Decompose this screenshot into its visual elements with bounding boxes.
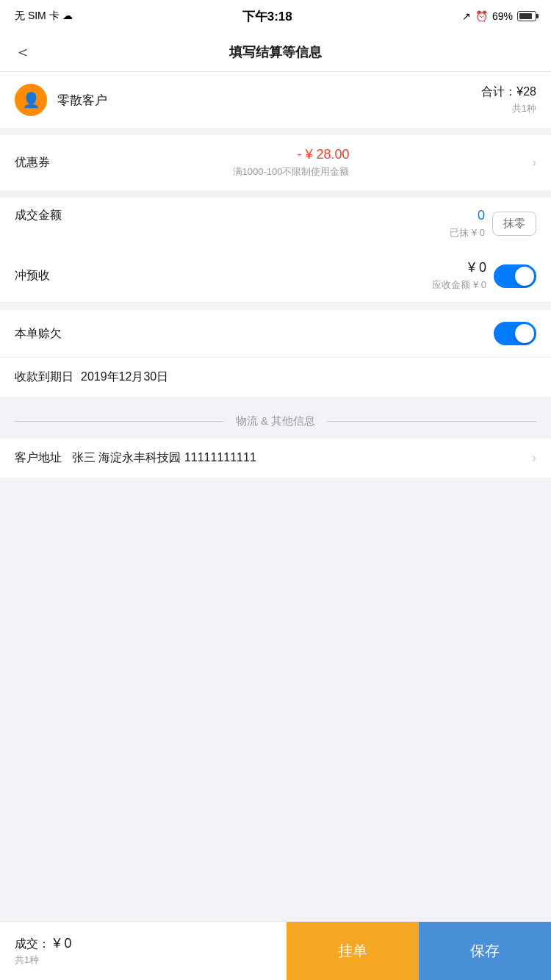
bottom-deal-label: 成交： bbox=[15, 937, 50, 950]
bottom-count: 共1种 bbox=[15, 954, 272, 967]
precharge-sub: 应收金额 ¥ 0 bbox=[432, 278, 486, 292]
amount-input-area: 0 已抹 ¥ 0 bbox=[450, 208, 485, 239]
coupon-right: - ¥ 28.00 满1000-100不限制使用金额 bbox=[233, 147, 350, 179]
due-date-row: 收款到期日 2019年12月30日 bbox=[0, 357, 551, 397]
divider-right bbox=[327, 421, 536, 422]
bottom-deal-amount: ¥ 0 bbox=[53, 936, 71, 951]
coupon-label: 优惠券 bbox=[15, 155, 50, 170]
customer-count: 共1种 bbox=[481, 102, 536, 115]
bottom-summary: 成交： ¥ 0 共1种 bbox=[0, 936, 287, 967]
battery-percent: 69% bbox=[492, 10, 513, 22]
precharge-toggle[interactable] bbox=[494, 264, 536, 288]
status-left: 无 SIM 卡 ☁ bbox=[15, 10, 73, 23]
amount-right: 0 已抹 ¥ 0 抹零 bbox=[450, 208, 536, 239]
customer-info: 👤 零散客户 bbox=[15, 84, 107, 116]
chevron-right-icon: › bbox=[532, 155, 536, 170]
divider-left bbox=[15, 421, 224, 422]
round-off-button[interactable]: 抹零 bbox=[492, 212, 536, 236]
amount-section: 成交金额 0 已抹 ¥ 0 抹零 冲预收 ¥ 0 应收金额 ¥ 0 bbox=[0, 198, 551, 303]
bottom-deal-line: 成交： ¥ 0 bbox=[15, 936, 272, 952]
debt-section: 本单赊欠 收款到期日 2019年12月30日 bbox=[0, 310, 551, 397]
address-row[interactable]: 客户地址 张三 海淀永丰科技园 11111111111 › bbox=[0, 439, 551, 478]
customer-summary: 合计：¥28 共1种 bbox=[481, 84, 536, 115]
address-value: 张三 海淀永丰科技园 11111111111 bbox=[72, 450, 256, 466]
debt-toggle-knob bbox=[515, 324, 534, 343]
nav-bar: ＜ 填写结算等信息 bbox=[0, 32, 551, 72]
customer-row: 👤 零散客户 合计：¥28 共1种 bbox=[0, 72, 551, 128]
amount-label: 成交金额 bbox=[15, 208, 62, 223]
content: 👤 零散客户 合计：¥28 共1种 优惠券 - ¥ 28.00 满1000-10… bbox=[0, 72, 551, 551]
address-left: 客户地址 张三 海淀永丰科技园 11111111111 bbox=[15, 450, 256, 466]
amount-row: 成交金额 0 已抹 ¥ 0 抹零 bbox=[0, 198, 551, 250]
address-chevron-icon: › bbox=[532, 450, 536, 466]
customer-total: 合计：¥28 bbox=[481, 84, 536, 100]
logistics-divider: 物流 & 其他信息 bbox=[0, 404, 551, 439]
avatar-icon: 👤 bbox=[22, 91, 40, 109]
amount-value[interactable]: 0 bbox=[450, 208, 485, 223]
customer-name: 零散客户 bbox=[57, 92, 107, 109]
debt-label: 本单赊欠 bbox=[15, 326, 62, 342]
precharge-main-value: ¥ 0 bbox=[432, 260, 486, 275]
due-date-label: 收款到期日 bbox=[15, 370, 73, 385]
location-icon: ↗ bbox=[462, 10, 471, 22]
precharge-row: 冲预收 ¥ 0 应收金额 ¥ 0 bbox=[0, 250, 551, 303]
avatar: 👤 bbox=[15, 84, 47, 116]
status-bar: 无 SIM 卡 ☁ 下午3:18 ↗ ⏰ 69% bbox=[0, 0, 551, 32]
coupon-row[interactable]: 优惠券 - ¥ 28.00 满1000-100不限制使用金额 › bbox=[0, 135, 551, 190]
toggle-knob bbox=[515, 267, 534, 286]
coupon-discount: - ¥ 28.00 bbox=[233, 147, 350, 162]
save-button[interactable]: 保存 bbox=[419, 922, 551, 981]
suspend-button[interactable]: 挂单 bbox=[287, 922, 419, 981]
battery-icon bbox=[517, 11, 536, 21]
sim-status: 无 SIM 卡 ☁ bbox=[15, 10, 73, 23]
back-button[interactable]: ＜ bbox=[15, 41, 47, 63]
precharge-values: ¥ 0 应收金额 ¥ 0 bbox=[432, 260, 486, 292]
status-right: ↗ ⏰ 69% bbox=[462, 10, 536, 22]
page-title: 填写结算等信息 bbox=[229, 43, 322, 61]
debt-toggle[interactable] bbox=[494, 322, 536, 345]
address-label: 客户地址 bbox=[15, 450, 62, 466]
coupon-description: 满1000-100不限制使用金额 bbox=[233, 165, 350, 179]
bottom-bar: 成交： ¥ 0 共1种 挂单 保存 bbox=[0, 921, 551, 980]
amount-sub: 已抹 ¥ 0 bbox=[450, 226, 485, 239]
status-time: 下午3:18 bbox=[242, 8, 292, 25]
precharge-label: 冲预收 bbox=[15, 268, 50, 284]
alarm-icon: ⏰ bbox=[475, 10, 488, 22]
due-date-value: 2019年12月30日 bbox=[81, 370, 168, 385]
debt-row: 本单赊欠 bbox=[0, 310, 551, 357]
precharge-right: ¥ 0 应收金额 ¥ 0 bbox=[432, 260, 536, 292]
logistics-label: 物流 & 其他信息 bbox=[236, 414, 315, 428]
